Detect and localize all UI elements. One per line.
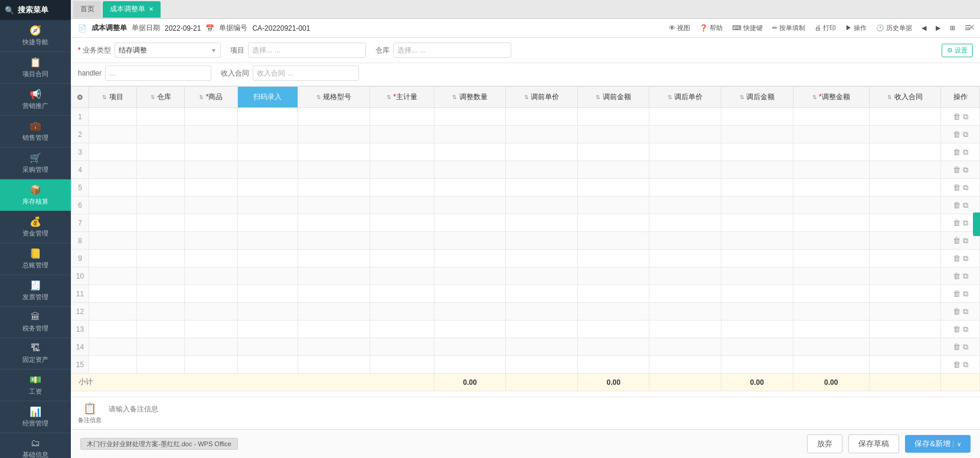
cell-6-8[interactable]	[577, 197, 649, 214]
cell-6-11[interactable]	[793, 197, 869, 214]
row-copy-10[interactable]: ⧉	[963, 271, 968, 281]
cell-13-0[interactable]	[89, 320, 137, 338]
cell-13-2[interactable]	[185, 320, 237, 338]
cell-4-3[interactable]	[237, 161, 298, 179]
cell-8-9[interactable]	[649, 232, 721, 250]
cell-4-5[interactable]	[370, 161, 434, 179]
cell-11-4[interactable]	[298, 285, 370, 303]
cell-13-11[interactable]	[793, 320, 869, 338]
cell-12-7[interactable]	[506, 303, 578, 320]
cell-13-6[interactable]	[434, 320, 506, 338]
cell-2-7[interactable]	[506, 126, 578, 143]
cell-5-8[interactable]	[577, 179, 649, 197]
cell-4-0[interactable]	[89, 161, 137, 179]
cell-2-6[interactable]	[434, 126, 506, 143]
cell-3-9[interactable]	[649, 143, 721, 161]
cell-13-12[interactable]	[869, 320, 941, 338]
cell-8-5[interactable]	[370, 232, 434, 250]
row-copy-14[interactable]: ⧉	[963, 342, 968, 352]
cell-5-3[interactable]	[237, 179, 298, 197]
nav-prev-btn[interactable]: ◀	[919, 23, 929, 33]
cell-13-4[interactable]	[298, 320, 370, 338]
cell-4-2[interactable]	[185, 161, 237, 179]
cell-15-5[interactable]	[370, 356, 434, 374]
cell-11-1[interactable]	[137, 285, 185, 303]
cell-10-4[interactable]	[298, 267, 370, 285]
cell-10-7[interactable]	[506, 267, 578, 285]
cell-8-11[interactable]	[793, 232, 869, 250]
cell-4-1[interactable]	[137, 161, 185, 179]
cell-11-11[interactable]	[793, 285, 869, 303]
cell-15-10[interactable]	[721, 356, 793, 374]
sidebar-item-operations-mgmt[interactable]: 📊经营管理	[0, 401, 71, 433]
cell-13-9[interactable]	[649, 320, 721, 338]
cell-2-3[interactable]	[237, 126, 298, 143]
row-delete-13[interactable]: 🗑	[953, 325, 961, 333]
cell-1-11[interactable]	[793, 108, 869, 126]
row-delete-8[interactable]: 🗑	[953, 236, 961, 245]
tab-home[interactable]: 首页	[73, 1, 102, 18]
cell-12-12[interactable]	[869, 303, 941, 320]
cell-15-6[interactable]	[434, 356, 506, 374]
sidebar-item-basic-info[interactable]: 🗂基础信息	[0, 433, 71, 458]
cell-15-9[interactable]	[649, 356, 721, 374]
cell-11-10[interactable]	[721, 285, 793, 303]
grid-view-btn[interactable]: ⊞	[948, 23, 958, 33]
cell-6-9[interactable]	[649, 197, 721, 214]
cell-12-6[interactable]	[434, 303, 506, 320]
cell-11-7[interactable]	[506, 285, 578, 303]
cell-2-8[interactable]	[577, 126, 649, 143]
cell-15-2[interactable]	[185, 356, 237, 374]
cell-2-9[interactable]	[649, 126, 721, 143]
project-input[interactable]: 选择... ...	[248, 42, 366, 58]
cell-3-1[interactable]	[137, 143, 185, 161]
cell-14-1[interactable]	[137, 338, 185, 356]
cell-5-9[interactable]	[649, 179, 721, 197]
cell-12-11[interactable]	[793, 303, 869, 320]
cell-8-10[interactable]	[721, 232, 793, 250]
row-copy-9[interactable]: ⧉	[963, 254, 968, 263]
cell-14-3[interactable]	[237, 338, 298, 356]
cell-12-1[interactable]	[137, 303, 185, 320]
cell-1-10[interactable]	[721, 108, 793, 126]
row-delete-3[interactable]: 🗑	[953, 148, 961, 156]
cell-1-12[interactable]	[869, 108, 941, 126]
cell-12-0[interactable]	[89, 303, 137, 320]
cell-6-5[interactable]	[370, 197, 434, 214]
cell-4-12[interactable]	[869, 161, 941, 179]
cell-11-2[interactable]	[185, 285, 237, 303]
row-copy-7[interactable]: ⧉	[963, 218, 968, 228]
cell-7-9[interactable]	[649, 214, 721, 232]
cell-5-11[interactable]	[793, 179, 869, 197]
save-draft-button[interactable]: 保存草稿	[848, 434, 899, 453]
cell-5-7[interactable]	[506, 179, 578, 197]
cell-3-12[interactable]	[869, 143, 941, 161]
cell-9-6[interactable]	[434, 250, 506, 267]
cell-1-2[interactable]	[185, 108, 237, 126]
cell-8-7[interactable]	[506, 232, 578, 250]
cell-1-7[interactable]	[506, 108, 578, 126]
batch-edit-btn[interactable]: ✏ 按单填制	[770, 22, 808, 34]
cell-5-10[interactable]	[721, 179, 793, 197]
shortcut-btn[interactable]: ⌨ 快捷键	[730, 22, 765, 34]
cell-15-8[interactable]	[577, 356, 649, 374]
cell-7-8[interactable]	[577, 214, 649, 232]
cell-4-8[interactable]	[577, 161, 649, 179]
cell-8-1[interactable]	[137, 232, 185, 250]
sidebar-item-invoice-mgmt[interactable]: 🧾发票管理	[0, 275, 71, 307]
cell-7-2[interactable]	[185, 214, 237, 232]
cell-10-9[interactable]	[649, 267, 721, 285]
cell-9-5[interactable]	[370, 250, 434, 267]
cell-7-4[interactable]	[298, 214, 370, 232]
row-delete-12[interactable]: 🗑	[953, 307, 961, 316]
cell-6-3[interactable]	[237, 197, 298, 214]
cell-12-8[interactable]	[577, 303, 649, 320]
cell-9-12[interactable]	[869, 250, 941, 267]
cell-3-5[interactable]	[370, 143, 434, 161]
discard-button[interactable]: 放弃	[807, 434, 842, 453]
row-copy-6[interactable]: ⧉	[963, 201, 968, 210]
row-delete-6[interactable]: 🗑	[953, 201, 961, 210]
cell-14-10[interactable]	[721, 338, 793, 356]
cell-10-11[interactable]	[793, 267, 869, 285]
cell-10-0[interactable]	[89, 267, 137, 285]
